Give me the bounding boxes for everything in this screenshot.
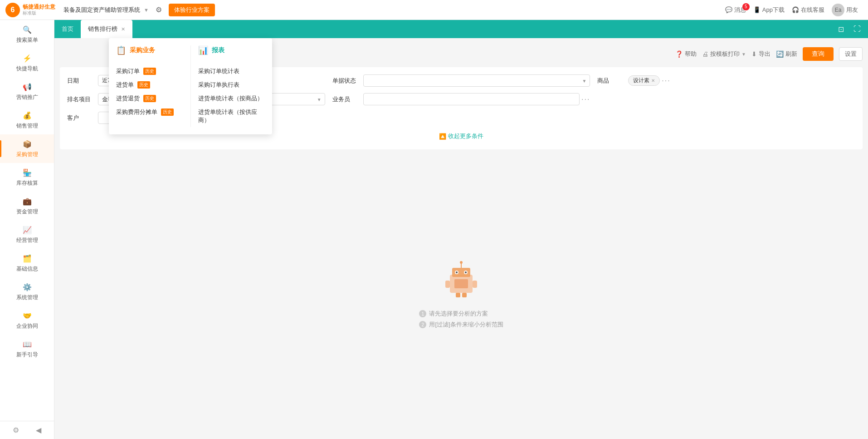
help-action[interactable]: ❓ 帮助 xyxy=(675,50,697,58)
menu-item-inbound-stats-goods[interactable]: 进货单统计表（按商品） xyxy=(198,92,265,105)
headset-icon: 🎧 xyxy=(792,6,799,13)
salesperson-more-icon[interactable]: ··· xyxy=(581,95,590,104)
goods-tag[interactable]: 设计素 ✕ xyxy=(628,75,660,86)
voucher-status-select-wrapper xyxy=(363,74,590,87)
industry-button[interactable]: 体验行业方案 xyxy=(169,4,215,16)
salesperson-label: 业务员 xyxy=(332,95,360,104)
salesperson-control: ··· xyxy=(363,93,590,105)
goods-label: 商品 xyxy=(597,77,624,85)
svg-rect-10 xyxy=(462,293,467,297)
purchase-menu-column: 📋 采购业务 采购订单 历史 进货单 历史 进货退货 历史 采购费用分摊单 xyxy=(109,45,190,127)
print-icon: 🖨 xyxy=(702,50,708,58)
menu-item-order-stats[interactable]: 采购订单统计表 xyxy=(198,64,265,78)
logo-area: 6 畅捷通好生意 标准版 xyxy=(5,3,59,17)
online-service-action[interactable]: 🎧 在线客服 xyxy=(792,6,824,14)
system-name: 装备及固定资产辅助管理系统 xyxy=(63,6,140,14)
voucher-status-label: 单据状态 xyxy=(332,77,360,85)
empty-state: 1 请先选择要分析的方案 2 用[过滤]条件来缩小分析范围 xyxy=(60,154,863,434)
tab-window-icon[interactable]: ⊡ xyxy=(834,23,847,35)
svg-point-12 xyxy=(460,261,463,264)
svg-rect-8 xyxy=(473,281,477,288)
message-icon: 💬 xyxy=(725,6,732,13)
avatar: Ea xyxy=(832,4,844,16)
settings-button[interactable]: 设置 xyxy=(839,47,863,61)
goods-more-icon[interactable]: ··· xyxy=(662,77,670,85)
sidebar-item-guide[interactable]: 📖 新手引导 xyxy=(0,335,54,363)
sidebar-item-sales[interactable]: 💰 销售管理 xyxy=(0,106,54,134)
system-settings-icon[interactable]: ⚙ xyxy=(152,4,165,16)
settings-bottom-icon[interactable]: ⚙ xyxy=(13,426,19,434)
sidebar-item-marketing[interactable]: 📢 营销推广 xyxy=(0,77,54,106)
menu-item-purchase-expense[interactable]: 采购费用分摊单 历史 xyxy=(116,105,183,119)
collapse-up-icon: 🔼 xyxy=(439,133,446,140)
dropdown-menu: 📋 采购业务 采购订单 历史 进货单 历史 进货退货 历史 采购费用分摊单 xyxy=(109,38,272,134)
sidebar-item-inventory[interactable]: 🏪 库存核算 xyxy=(0,163,54,192)
message-badge: 5 xyxy=(742,3,750,10)
sidebar-item-finance[interactable]: 💼 资金管理 xyxy=(0,192,54,220)
svg-point-4 xyxy=(456,271,458,273)
svg-point-5 xyxy=(465,271,467,273)
print-dropdown-icon[interactable]: ▼ xyxy=(741,52,746,57)
collapse-button[interactable]: 🔼 收起更多条件 xyxy=(439,130,483,142)
sidebar-item-cooperation[interactable]: 🤝 企业协同 xyxy=(0,306,54,335)
purchase-section-icon: 📋 xyxy=(116,45,126,55)
tabs-bar: 首页 销售排行榜 ✕ ⊡ ⛶ xyxy=(54,20,868,38)
basic-icon: 🗂️ xyxy=(22,253,32,263)
search-icon: 🔍 xyxy=(22,25,32,35)
query-button[interactable]: 查询 xyxy=(803,47,834,61)
tabs-bar-right: ⊡ ⛶ xyxy=(834,23,868,35)
sidebar-item-system[interactable]: ⚙️ 系统管理 xyxy=(0,277,54,306)
app-download-action[interactable]: 📱 App下载 xyxy=(753,6,785,14)
content-area: 首页 销售排行榜 ✕ ⊡ ⛶ ❓ 帮助 🖨 按模板打印 xyxy=(54,20,868,439)
sidebar-item-purchase[interactable]: 📦 采购管理 xyxy=(0,134,54,163)
voucher-status-select[interactable] xyxy=(363,74,590,87)
tab-home[interactable]: 首页 xyxy=(54,20,81,38)
inventory-icon: 🏪 xyxy=(22,168,32,178)
collapse-sidebar-icon[interactable]: ◀ xyxy=(36,426,41,434)
history-badge-1: 历史 xyxy=(137,81,150,89)
menu-item-inbound-return[interactable]: 进货退货 历史 xyxy=(116,92,183,105)
top-header: 6 畅捷通好生意 标准版 装备及固定资产辅助管理系统 ▼ ⚙ 体验行业方案 💬 … xyxy=(0,0,868,20)
filter-salesperson: 业务员 ··· xyxy=(332,93,590,105)
sidebar-bottom: ⚙ ◀ xyxy=(0,421,54,439)
sidebar-item-operation[interactable]: 📈 经营管理 xyxy=(0,220,54,249)
menu-item-order-exec[interactable]: 采购订单执行表 xyxy=(198,78,265,92)
empty-tip-1: 1 请先选择要分析的方案 xyxy=(419,310,503,318)
guide-icon: 📖 xyxy=(22,339,32,349)
tab-sales-rank[interactable]: 销售排行榜 ✕ xyxy=(81,20,132,38)
sidebar-item-search[interactable]: 🔍 搜索菜单 xyxy=(0,20,54,49)
purchase-icon: 📦 xyxy=(22,139,32,149)
svg-rect-9 xyxy=(456,293,460,297)
header-center: 装备及固定资产辅助管理系统 ▼ ⚙ 体验行业方案 xyxy=(59,4,725,16)
logo-text: 畅捷通好生意 标准版 xyxy=(23,4,55,15)
report-section-title: 📊 报表 xyxy=(198,45,265,59)
salesperson-input[interactable] xyxy=(363,93,580,105)
tab-close-icon[interactable]: ✕ xyxy=(121,26,125,32)
history-badge-0: 历史 xyxy=(143,68,156,75)
refresh-action[interactable]: 🔄 刷新 xyxy=(776,50,797,58)
phone-icon: 📱 xyxy=(753,6,761,13)
menu-item-inbound[interactable]: 进货单 历史 xyxy=(116,78,183,92)
menu-item-inbound-stats-supplier[interactable]: 进货单统计表（按供应商） xyxy=(198,105,265,127)
rank-item-label: 排名项目 xyxy=(67,95,94,104)
refresh-icon: 🔄 xyxy=(776,50,784,58)
print-action[interactable]: 🖨 按模板打印 ▼ xyxy=(702,50,746,58)
user-action[interactable]: Ea 用友 xyxy=(832,4,858,16)
sales-icon: 💰 xyxy=(22,110,32,120)
message-action[interactable]: 💬 消息 5 xyxy=(725,6,746,14)
export-action[interactable]: ⬇ 导出 xyxy=(751,50,770,58)
main-layout: 🔍 搜索菜单 ⚡ 快捷导航 📢 营销推广 💰 销售管理 📦 采购管理 🏪 库存核… xyxy=(0,20,868,439)
goods-tag-close[interactable]: ✕ xyxy=(651,78,655,83)
sidebar-item-basic[interactable]: 🗂️ 基础信息 xyxy=(0,249,54,277)
operation-icon: 📈 xyxy=(22,225,32,235)
header-right: 💬 消息 5 📱 App下载 🎧 在线客服 Ea 用友 xyxy=(725,4,863,16)
finance-icon: 💼 xyxy=(22,196,32,206)
cooperation-icon: 🤝 xyxy=(22,311,32,321)
report-menu-column: 📊 报表 采购订单统计表 采购订单执行表 进货单统计表（按商品） 进货单统计表（… xyxy=(190,45,273,127)
sidebar-item-quick[interactable]: ⚡ 快捷导航 xyxy=(0,49,54,77)
menu-item-purchase-order[interactable]: 采购订单 历史 xyxy=(116,64,183,78)
marketing-icon: 📢 xyxy=(22,82,32,92)
tab-expand-icon[interactable]: ⛶ xyxy=(851,23,863,35)
purchase-section-title: 📋 采购业务 xyxy=(116,45,183,59)
system-dropdown-arrow[interactable]: ▼ xyxy=(144,7,149,13)
